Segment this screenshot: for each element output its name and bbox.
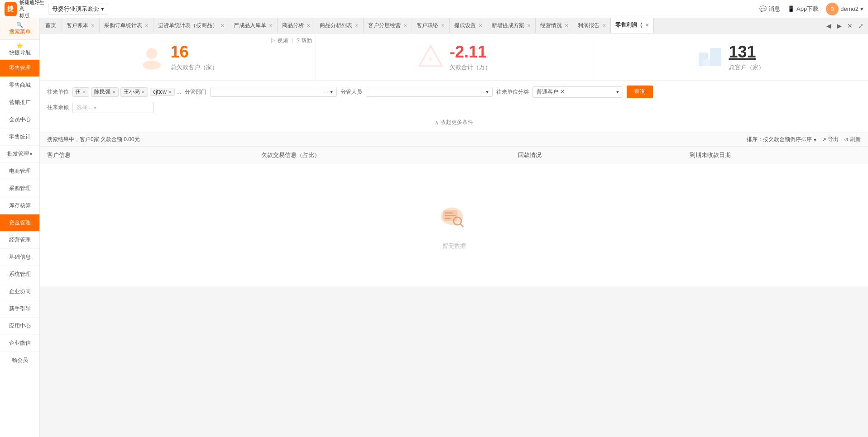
svg-rect-10	[445, 215, 456, 216]
sidebar-item-ecommerce[interactable]: 电商管理	[0, 163, 39, 180]
tab-next-button[interactable]: ▶	[835, 21, 844, 30]
svg-line-13	[460, 224, 463, 227]
help-link[interactable]: ? 帮助	[297, 37, 312, 45]
filter-tag-2: 王小亮 ✕	[120, 87, 148, 97]
sidebar-item-wechat[interactable]: 企业微信	[0, 335, 39, 352]
remove-tag-2[interactable]: ✕	[141, 90, 145, 95]
quick-nav[interactable]: ⭐ 快捷导航	[0, 40, 39, 60]
top-bar: 捷 畅捷通好生意 标版 母婴行业演示账套 ▾ 💬 消息 📱 App下载 D	[0, 0, 868, 18]
user-menu[interactable]: D demo2 ▾	[826, 3, 863, 15]
tab-item-10[interactable]: 经营情况 ✕	[536, 18, 573, 33]
tab-item-9[interactable]: 新增提成方案 ✕	[487, 18, 536, 33]
tab-item-11[interactable]: 利润报告 ✕	[573, 18, 611, 33]
collapse-button[interactable]: ∧ 收起更多条件	[47, 117, 861, 128]
sidebar-item-retail-mall[interactable]: 零售商城	[0, 77, 39, 94]
search-button[interactable]: 查询	[627, 86, 653, 98]
tab-close-5[interactable]: ✕	[355, 23, 359, 28]
classify-filter-label: 往来单位分类	[496, 88, 529, 96]
remove-tag-0[interactable]: ✕	[82, 90, 86, 95]
tab-close-3[interactable]: ✕	[269, 23, 273, 28]
stat-customers-number: 131	[729, 43, 764, 62]
tab-item-12[interactable]: 零售利润（ ✕	[611, 18, 654, 33]
empty-icon	[436, 200, 472, 237]
tab-expand-button[interactable]: ⤢	[856, 21, 865, 30]
messages-button[interactable]: 💬 消息	[759, 5, 780, 13]
sidebar-item-retail-stats[interactable]: 零售统计	[0, 128, 39, 146]
tab-close-4[interactable]: ✕	[307, 23, 310, 28]
stat-total-debt: + -2.11 欠款合计（万）	[316, 33, 592, 81]
tab-close-0[interactable]: ✕	[91, 23, 95, 28]
tab-item-7[interactable]: 客户联络 ✕	[412, 18, 450, 33]
sidebar: 🔍 搜索菜单 ⭐ 快捷导航 零售管理 零售商城 营销推广 会员中心 零售统计	[0, 18, 40, 437]
sidebar-item-system[interactable]: 系统管理	[0, 266, 39, 283]
tab-close-10[interactable]: ✕	[565, 23, 568, 28]
dept-select[interactable]: ··· ▾	[210, 87, 337, 97]
tab-controls: ◀ ▶ ✕ ⤢	[822, 21, 868, 30]
tab-item-2[interactable]: 进货单统计表（按商品） ✕	[153, 18, 229, 33]
sidebar-item-newbie[interactable]: 新手引导	[0, 300, 39, 318]
tab-close-1[interactable]: ✕	[145, 23, 149, 28]
tab-close-12[interactable]: ✕	[645, 23, 649, 28]
tab-item-0[interactable]: 客户账本 ✕	[62, 18, 100, 33]
remove-classify[interactable]: ✕	[560, 89, 565, 95]
sort-select[interactable]: 排序：按欠款金额倒序排序 ▾	[747, 136, 816, 143]
sidebar-item-marketing[interactable]: 营销推广	[0, 94, 39, 111]
sidebar-item-basic-info[interactable]: 基础信息	[0, 249, 39, 266]
chevron-down-icon: ▾	[814, 137, 816, 143]
tab-close-9[interactable]: ✕	[527, 23, 531, 28]
sidebar-item-member-center[interactable]: 会员中心	[0, 111, 39, 128]
sidebar-item-wholesale[interactable]: 批发管理 ▾	[0, 146, 39, 163]
tab-close-all-button[interactable]: ✕	[845, 21, 854, 30]
tab-home[interactable]: 首页	[40, 18, 62, 33]
tab-close-7[interactable]: ✕	[441, 23, 445, 28]
tab-bar: 首页 客户账本 ✕ 采购订单统计表 ✕ 进货单统计表（按商品） ✕ 产成品入库单…	[40, 18, 868, 33]
chevron-down-icon: ▾	[486, 89, 489, 95]
tab-item-3[interactable]: 产成品入库单 ✕	[229, 18, 278, 33]
sidebar-item-purchase[interactable]: 采购管理	[0, 180, 39, 197]
tab-close-6[interactable]: ✕	[403, 23, 407, 28]
store-selector[interactable]: 母婴行业演示账套 ▾	[48, 4, 108, 14]
remove-tag-3[interactable]: ✕	[168, 90, 172, 95]
sidebar-item-finance[interactable]: 资金管理	[0, 214, 39, 232]
person-select[interactable]: ··· ▾	[366, 87, 493, 97]
tab-item-8[interactable]: 提成设置 ✕	[450, 18, 487, 33]
sidebar-item-retail-mgmt[interactable]: 零售管理	[0, 60, 39, 77]
tab-close-8[interactable]: ✕	[479, 23, 482, 28]
tab-item-4[interactable]: 商品分析 ✕	[278, 18, 315, 33]
refresh-button[interactable]: ↺ 刷新	[844, 136, 861, 143]
tab-item-1[interactable]: 采购订单统计表 ✕	[100, 18, 153, 33]
tab-prev-button[interactable]: ◀	[825, 21, 833, 30]
filter-tag-0: 伍 ✕	[72, 87, 89, 97]
remove-tag-1[interactable]: ✕	[112, 90, 115, 95]
classify-value: 普通客户	[537, 88, 558, 96]
stat-debtors-label: 总欠款客户（家）	[171, 63, 218, 71]
sidebar-item-app-center[interactable]: 应用中心	[0, 318, 39, 335]
svg-rect-9	[445, 212, 453, 214]
tab-item-5[interactable]: 商品分析列表 ✕	[315, 18, 364, 33]
filter-more-button[interactable]: ...	[177, 89, 181, 95]
sidebar-item-member[interactable]: 畅会员	[0, 352, 39, 369]
sidebar-item-operations[interactable]: 经营管理	[0, 232, 39, 249]
sidebar-item-enterprise[interactable]: 企业协同	[0, 283, 39, 300]
table-header: 客户信息 欠款交易信息（占比） 回款情况 到期未收款日期	[40, 147, 868, 164]
svg-rect-11	[445, 218, 451, 219]
person-filter-label: 分管人员	[340, 88, 362, 96]
sidebar-search[interactable]: 🔍 搜索菜单	[0, 18, 39, 40]
stat-icon-customers	[696, 43, 724, 71]
filter-bar: 往来单位 伍 ✕ 陈民强 ✕ 王小亮	[40, 81, 868, 133]
tab-close-11[interactable]: ✕	[602, 23, 606, 28]
video-link[interactable]: ▷ 视频	[270, 37, 288, 45]
export-icon: ↗	[822, 137, 826, 143]
col-header-0: 客户信息	[47, 151, 261, 159]
logo-text: 畅捷通好生意 标版	[19, 0, 44, 19]
balance-select[interactable]: 选择... ▾	[72, 102, 154, 113]
tab-item-6[interactable]: 客户分层经营 ✕	[364, 18, 412, 33]
classify-select[interactable]: 普通客户 ✕ ▾	[532, 86, 623, 98]
sidebar-item-inventory[interactable]: 库存核算	[0, 197, 39, 214]
export-button[interactable]: ↗ 导出	[822, 136, 839, 143]
tab-close-2[interactable]: ✕	[221, 23, 224, 28]
empty-state: 暂无数据	[40, 164, 868, 286]
chevron-down-icon: ▾	[94, 104, 96, 111]
app-download-button[interactable]: 📱 App下载	[787, 5, 819, 13]
col-header-2: 回款情况	[518, 151, 689, 159]
